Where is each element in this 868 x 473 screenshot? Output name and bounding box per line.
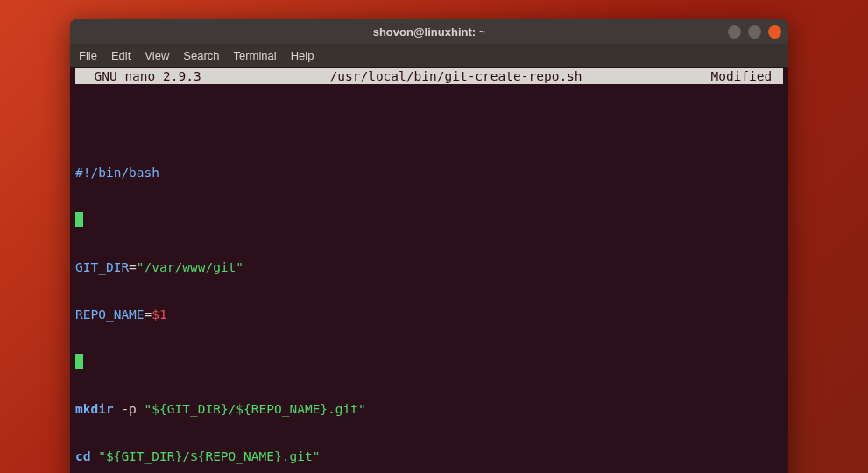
title-bar[interactable]: shovon@linuxhint: ~ (70, 19, 788, 44)
maximize-icon[interactable] (748, 25, 761, 39)
nano-filepath: /usr/local/bin/git-create-repo.sh (201, 68, 711, 84)
window-title: shovon@linuxhint: ~ (373, 25, 486, 39)
menu-file[interactable]: File (79, 49, 97, 62)
editor-content[interactable]: #!/bin/bash GIT_DIR="/var/www/git" REPO_… (75, 84, 783, 473)
menu-edit[interactable]: Edit (111, 49, 131, 62)
nano-status: Modified (710, 68, 780, 84)
menu-view[interactable]: View (145, 49, 169, 62)
minimize-icon[interactable] (728, 25, 741, 39)
window-controls (728, 25, 781, 39)
menu-help[interactable]: Help (291, 49, 314, 62)
terminal-area[interactable]: GNU nano 2.9.3 /usr/local/bin/git-create… (70, 67, 788, 473)
menu-bar: File Edit View Search Terminal Help (70, 44, 788, 67)
menu-search[interactable]: Search (183, 49, 219, 62)
menu-terminal[interactable]: Terminal (234, 49, 277, 62)
nano-header: GNU nano 2.9.3 /usr/local/bin/git-create… (75, 68, 783, 84)
cursor-block (75, 212, 83, 227)
nano-version: GNU nano 2.9.3 (79, 68, 201, 84)
close-icon[interactable] (768, 25, 781, 39)
terminal-window: shovon@linuxhint: ~ File Edit View Searc… (70, 19, 788, 473)
shebang-line: #!/bin/bash (75, 166, 159, 180)
